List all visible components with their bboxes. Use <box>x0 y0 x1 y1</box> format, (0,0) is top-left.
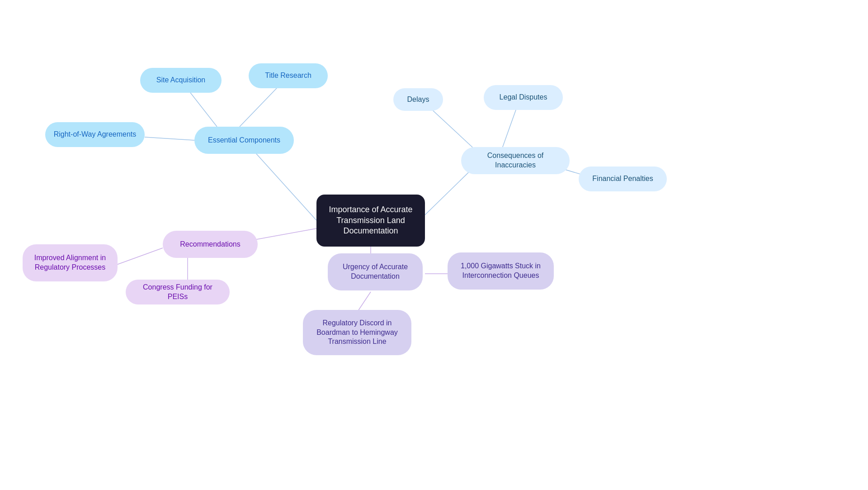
essential-components-label: Essential Components <box>208 136 280 145</box>
urgency-node: Urgency of Accurate Documentation <box>328 253 423 290</box>
essential-components-node: Essential Components <box>194 127 294 154</box>
congress-funding-node: Congress Funding for PEISs <box>126 280 230 304</box>
svg-line-9 <box>117 248 163 265</box>
site-acquisition-node: Site Acquisition <box>140 68 222 93</box>
consequences-label: Consequences of Inaccuracies <box>469 151 561 170</box>
site-acquisition-label: Site Acquisition <box>156 76 206 85</box>
svg-line-13 <box>357 292 371 312</box>
delays-node: Delays <box>393 88 443 111</box>
consequences-node: Consequences of Inaccuracies <box>461 147 570 174</box>
center-node: Importance of Accurate Transmission Land… <box>316 195 425 247</box>
financial-penalties-node: Financial Penalties <box>579 167 667 191</box>
urgency-label: Urgency of Accurate Documentation <box>336 262 415 281</box>
right-of-way-label: Right-of-Way Agreements <box>54 130 137 139</box>
legal-disputes-label: Legal Disputes <box>500 93 547 102</box>
gigawatts-label: 1,000 Gigawatts Stuck in Interconnection… <box>456 262 546 281</box>
gigawatts-node: 1,000 Gigawatts Stuck in Interconnection… <box>448 252 554 290</box>
recommendations-node: Recommendations <box>163 231 258 258</box>
right-of-way-node: Right-of-Way Agreements <box>45 122 145 147</box>
improved-alignment-label: Improved Alignment in Regulatory Process… <box>31 253 109 272</box>
congress-funding-label: Congress Funding for PEISs <box>134 283 222 302</box>
legal-disputes-node: Legal Disputes <box>484 85 563 110</box>
center-label: Importance of Accurate Transmission Land… <box>325 205 417 236</box>
improved-alignment-node: Improved Alignment in Regulatory Process… <box>23 244 118 281</box>
regulatory-discord-node: Regulatory Discord in Boardman to Heming… <box>303 310 411 355</box>
delays-label: Delays <box>407 95 429 105</box>
title-research-label: Title Research <box>265 71 311 81</box>
recommendations-label: Recommendations <box>180 240 240 249</box>
title-research-node: Title Research <box>249 63 328 88</box>
svg-line-3 <box>145 137 194 140</box>
financial-penalties-label: Financial Penalties <box>592 174 653 184</box>
regulatory-discord-label: Regulatory Discord in Boardman to Heming… <box>311 319 403 347</box>
